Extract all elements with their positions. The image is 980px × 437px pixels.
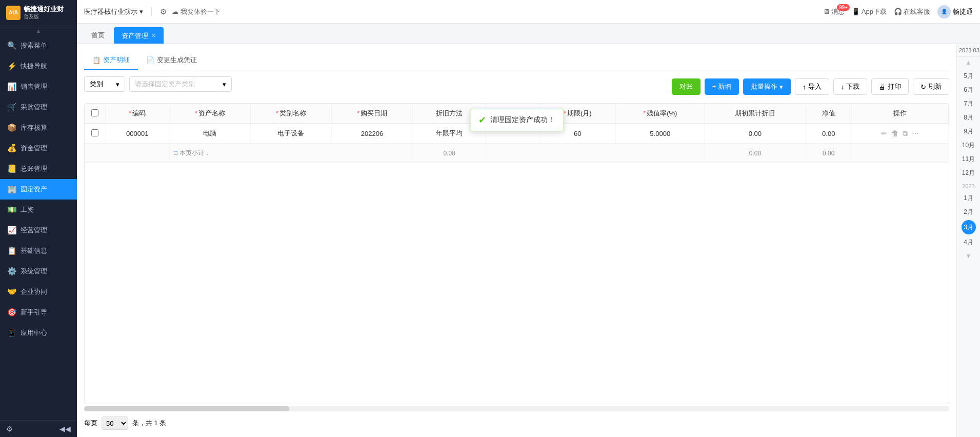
sidebar-label-14: 应用中心: [21, 328, 47, 337]
collapse-icon[interactable]: ◀◀: [59, 425, 71, 433]
cal-month-2023-1[interactable]: 1月: [957, 191, 980, 205]
cal-scroll-up[interactable]: ▲: [957, 57, 980, 68]
category-filter[interactable]: 类别 ▾: [84, 76, 125, 92]
message-btn[interactable]: 🖥 消息 99+: [823, 7, 845, 16]
app-logo: AtA 畅捷通好业财 普及版: [0, 0, 77, 26]
cal-month-7[interactable]: 7月: [957, 97, 980, 111]
content-wrapper: 📋 资产明细 📄 变更生成凭证 类别 ▾: [77, 44, 956, 437]
sidebar-item-新手引导[interactable]: 🎯新手引导: [0, 302, 77, 323]
year-2023-label: 2023: [962, 181, 974, 190]
th-category-name: *类别名称: [250, 104, 331, 124]
asset-detail-icon: 📋: [92, 56, 101, 64]
row-checkbox[interactable]: [91, 129, 98, 136]
experience-btn[interactable]: ☁ 我要体验一下: [172, 7, 221, 16]
horizontal-scrollbar[interactable]: [84, 406, 949, 411]
select-all-checkbox[interactable]: [91, 109, 98, 116]
sidebar-icon-10: 📋: [7, 246, 16, 255]
cal-month-12[interactable]: 12月: [957, 166, 980, 180]
category-filter-arrow: ▾: [116, 81, 119, 88]
category-filter-label: 类别: [90, 80, 103, 89]
refresh-btn[interactable]: ↻ 刷新: [913, 78, 949, 95]
logo-text: 畅捷通好业财: [24, 5, 64, 13]
sidebar-item-采购管理[interactable]: 🛒采购管理: [0, 97, 77, 117]
user-profile[interactable]: 👤 畅捷通: [937, 5, 973, 18]
batch-ops-btn[interactable]: 批量操作 ▾: [743, 78, 791, 95]
cal-month-2023-4[interactable]: 4月: [957, 235, 980, 249]
td-subtotal-actions: [851, 144, 948, 163]
sidebar-item-资金管理[interactable]: 💰资金管理: [0, 138, 77, 158]
sidebar-item-经营管理[interactable]: 📈经营管理: [0, 220, 77, 241]
sidebar-item-固定资产[interactable]: 🏢固定资产: [0, 179, 77, 200]
tab-close-icon[interactable]: ✕: [151, 32, 156, 39]
sidebar-scroll-up[interactable]: ▲: [0, 26, 77, 35]
pagination: 每页 50 100 200 条，共 1 条: [84, 411, 949, 430]
scrollbar-thumb: [84, 406, 289, 411]
th-residual-rate: *残值率(%): [616, 104, 705, 124]
td-code: 000001: [105, 124, 169, 144]
more-icon[interactable]: ⋯: [912, 129, 919, 138]
sidebar-icon-4: 📦: [7, 123, 16, 132]
asset-category-arrow: ▾: [223, 81, 226, 88]
sidebar-item-系统管理[interactable]: ⚙️系统管理: [0, 261, 77, 282]
td-net-value: 0.00: [806, 124, 851, 144]
td-subtotal-net: 0.00: [806, 144, 851, 163]
cal-scroll-down[interactable]: ▼: [957, 250, 980, 262]
subtab-change-voucher[interactable]: 📄 变更生成凭证: [138, 51, 205, 70]
experience-label: 我要体验一下: [181, 7, 221, 16]
success-toast: ✔ 清理固定资产成功！: [470, 109, 564, 131]
calendar-toggle[interactable]: ◀: [956, 241, 957, 257]
sidebar-label-2: 销售管理: [21, 82, 47, 91]
th-net-value: 净值: [806, 104, 851, 124]
add-new-btn[interactable]: + 新增: [705, 78, 739, 95]
sidebar-label-6: 总账管理: [21, 164, 47, 173]
app-download-btn[interactable]: 📱 App下载: [852, 7, 887, 16]
topbar: 医疗器械行业演示 ▾ ⚙ ☁ 我要体验一下 🖥 消息 99+ 📱 App下载 🎧…: [77, 0, 980, 24]
delete-icon[interactable]: 🗑: [891, 129, 898, 138]
download-btn[interactable]: ↓ 下载: [833, 78, 868, 95]
import-btn[interactable]: ↑ 导入: [795, 78, 829, 95]
avatar: 👤: [937, 5, 951, 18]
sidebar-icon-8: 💵: [7, 205, 16, 214]
sidebar-item-企业协同[interactable]: 🤝企业协同: [0, 282, 77, 302]
settings-icon[interactable]: ⚙: [6, 425, 13, 433]
edit-icon[interactable]: ✏: [881, 129, 887, 138]
sidebar-nav: 🔍搜索菜单⚡快捷导航📊销售管理🛒采购管理📦库存核算💰资金管理📒总账管理🏢固定资产…: [0, 35, 77, 420]
sidebar-item-销售管理[interactable]: 📊销售管理: [0, 76, 77, 97]
sidebar-item-总账管理[interactable]: 📒总账管理: [0, 158, 77, 179]
page-size-select[interactable]: 50 100 200: [102, 416, 128, 430]
sidebar-item-工资[interactable]: 💵工资: [0, 200, 77, 220]
cal-month-2023-2[interactable]: 2月: [957, 205, 980, 219]
logo-sub: 普及版: [24, 13, 64, 21]
tab-home[interactable]: 首页: [84, 27, 112, 44]
sidebar-label-8: 工资: [21, 205, 34, 214]
filter-row: 类别 ▾ 请选择固定资产类别 ▾: [84, 76, 232, 92]
reconcile-btn[interactable]: 对账: [672, 78, 701, 95]
sidebar-item-基础信息[interactable]: 📋基础信息: [0, 241, 77, 261]
copy-icon[interactable]: ⧉: [903, 129, 908, 138]
company-name: 医疗器械行业演示: [84, 7, 137, 16]
cal-month-8[interactable]: 8月: [957, 111, 980, 125]
sidebar-item-快捷导航[interactable]: ⚡快捷导航: [0, 56, 77, 76]
asset-detail-label: 资产明细: [103, 55, 130, 65]
asset-category-selector[interactable]: 请选择固定资产类别 ▾: [129, 76, 232, 92]
calendar-header: 2023.03: [957, 44, 980, 57]
tab-assets[interactable]: 资产管理 ✕: [114, 27, 164, 44]
cal-month-5[interactable]: 5月: [957, 69, 980, 83]
td-subtotal-label: □本页小计：: [169, 144, 412, 163]
cal-month-9[interactable]: 9月: [957, 125, 980, 138]
td-checkbox[interactable]: [85, 124, 105, 144]
sidebar-label-12: 企业协同: [21, 287, 47, 296]
online-service-btn[interactable]: 🎧 在线客服: [894, 7, 930, 16]
cal-month-2023-3[interactable]: 3月: [962, 220, 976, 234]
print-btn[interactable]: 🖨 打印: [871, 78, 909, 95]
sidebar-item-搜索菜单[interactable]: 🔍搜索菜单: [0, 35, 77, 56]
cal-month-11[interactable]: 11月: [957, 152, 980, 166]
sidebar-item-应用中心[interactable]: 📱应用中心: [0, 323, 77, 343]
sidebar-item-库存核算[interactable]: 📦库存核算: [0, 117, 77, 138]
td-actions: ✏ 🗑 ⧉ ⋯: [851, 124, 948, 144]
subtab-asset-detail[interactable]: 📋 资产明细: [84, 51, 138, 70]
cal-month-10[interactable]: 10月: [957, 138, 980, 152]
settings-icon[interactable]: ⚙: [160, 7, 167, 16]
cal-month-6[interactable]: 6月: [957, 83, 980, 97]
company-selector[interactable]: 医疗器械行业演示 ▾: [84, 7, 143, 16]
